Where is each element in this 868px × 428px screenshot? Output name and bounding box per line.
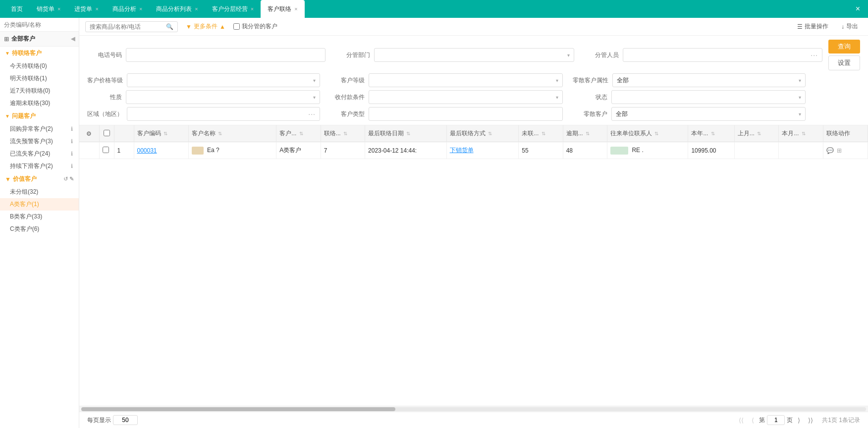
nav-purchase[interactable]: 进货单 × [67, 0, 105, 18]
nav-home[interactable]: 首页 [4, 0, 30, 18]
code-col-header[interactable]: 客户编码 ⇅ [134, 125, 188, 142]
sidebar-group-problem[interactable]: ▼ 问题客户 [0, 109, 79, 123]
row-checkbox[interactable] [103, 147, 109, 153]
last-method-cell[interactable]: 下销货单 [446, 142, 519, 159]
last-method-link[interactable]: 下销货单 [450, 147, 474, 154]
sidebar-item-overdue[interactable]: 逾期未联络(30) [0, 97, 79, 109]
select-all-checkbox[interactable] [104, 130, 110, 136]
nav-customer-segment[interactable]: 客户分层经营 × [205, 0, 261, 18]
value-group-icons: ↺ ✎ [63, 176, 74, 182]
overdue-col-header[interactable]: 逾期... ⇅ [563, 125, 607, 142]
filter-retail: 零散客户 全部 ▾ [573, 107, 806, 121]
sidebar-item-today[interactable]: 今天待联络(0) [0, 60, 79, 72]
nav-customer-contact[interactable]: 客户联络 × [261, 0, 304, 18]
filter-manager-input[interactable]: ··· [623, 48, 822, 62]
set-button[interactable]: 设置 [828, 55, 860, 70]
sidebar-item-declining[interactable]: 持续下滑客户(2) ℹ [0, 160, 79, 172]
filter-retail-select[interactable]: 全部 ▾ [611, 107, 806, 121]
page-size-input[interactable] [113, 415, 138, 425]
first-page-button[interactable]: ⟨⟨ [736, 416, 747, 425]
sidebar-item-tomorrow[interactable]: 明天待联络(1) [0, 72, 79, 85]
menu-icon[interactable]: ⊞ [837, 147, 842, 154]
filter-status-select[interactable]: ▾ [611, 90, 806, 104]
sidebar-item-c-class[interactable]: C类客户(6) [0, 223, 79, 235]
filter-price-level: 客户价格等级 ▾ [87, 73, 320, 87]
my-customer-checkbox[interactable] [233, 23, 240, 30]
main-search-input[interactable] [90, 23, 164, 30]
main-search-box[interactable]: 🔍 [85, 21, 178, 32]
prev-page-button[interactable]: ⟨ [749, 416, 757, 425]
check-col-header[interactable] [99, 125, 114, 142]
gear-col-header[interactable]: ⚙ [79, 125, 99, 142]
sidebar-item-churned[interactable]: 已流失客户(24) ℹ [0, 148, 79, 160]
info-icon4: ℹ [71, 163, 73, 169]
sidebar-item-churn-warning[interactable]: 流失预警客户(3) ℹ [0, 135, 79, 148]
refresh-icon[interactable]: ↺ [63, 176, 68, 182]
batch-op-button[interactable]: ☰ 批量操作 [793, 21, 832, 32]
customer-table: ⚙ 客户编码 ⇅ 客户名称 ⇅ 客户... ⇅ [79, 125, 868, 159]
info-icon: ℹ [71, 126, 73, 132]
last-date-col-header[interactable]: 最后联络日期 ⇅ [365, 125, 447, 142]
contact-col-header[interactable]: 联络... ⇅ [321, 125, 365, 142]
edit-icon[interactable]: ✎ [69, 176, 74, 182]
sort-icon-date: ⇅ [406, 131, 410, 136]
main-search-icon[interactable]: 🔍 [166, 23, 173, 30]
arrow-down-icon2: ▼ [5, 113, 10, 119]
filter-payment: 收付款条件 ▾ [330, 90, 563, 104]
unit-contact-col-header[interactable]: 往来单位联系人 ⇅ [607, 125, 688, 142]
code-cell[interactable]: 000031 [134, 142, 188, 159]
query-button[interactable]: 查询 [828, 40, 860, 54]
this-month-col-header[interactable]: 本月... ⇅ [779, 125, 823, 142]
this-year-col-header[interactable]: 本年... ⇅ [688, 125, 734, 142]
sidebar-search-input[interactable] [4, 21, 78, 28]
scrollbar-thumb[interactable] [81, 407, 395, 411]
customer-code-link[interactable]: 000031 [137, 147, 157, 154]
avatar-badge [192, 147, 204, 155]
sidebar-item-repurchase[interactable]: 回购异常客户(2) ℹ [0, 123, 79, 135]
nav-sales[interactable]: 销货单 × [30, 0, 67, 18]
not-contact-col-header[interactable]: 未联... ⇅ [519, 125, 563, 142]
more-filter-button[interactable]: ▼ 更多条件 ▲ [182, 21, 229, 32]
sidebar-item-ungrouped[interactable]: 未分组(32) [0, 186, 79, 198]
close-product-list-icon[interactable]: × [195, 6, 198, 12]
filter-retail-attr-select[interactable]: 全部 ▾ [612, 73, 806, 87]
last-month-col-header[interactable]: 上月... ⇅ [734, 125, 778, 142]
close-purchase-icon[interactable]: × [95, 6, 98, 12]
export-button[interactable]: ↓ 导出 [837, 21, 862, 32]
filter-nature-select[interactable]: ▾ [126, 90, 320, 104]
sidebar-group-pending[interactable]: ▼ 待联络客户 [0, 47, 79, 60]
next-page-button[interactable]: ⟩ [795, 416, 803, 425]
filter-payment-select[interactable]: ▾ [369, 90, 563, 104]
name-col-header[interactable]: 客户名称 ⇅ [188, 125, 276, 142]
filter-region-input[interactable]: ··· [127, 107, 320, 121]
sidebar-search-box[interactable]: 🔍 [0, 18, 79, 32]
last-method-col-header[interactable]: 最后联络方式 ⇅ [446, 125, 519, 142]
sidebar-item-a-class[interactable]: A类客户(1) [0, 198, 79, 211]
level-col-header[interactable]: 客户... ⇅ [276, 125, 321, 142]
close-all-button[interactable]: × [852, 4, 864, 13]
nav-product-analysis[interactable]: 商品分析 × [106, 0, 149, 18]
horizontal-scrollbar[interactable] [79, 406, 868, 412]
close-customer-segment-icon[interactable]: × [251, 6, 254, 12]
sidebar-item-b-class[interactable]: B类客户(33) [0, 211, 79, 223]
filter-customer-type-input[interactable] [369, 107, 563, 121]
nav-product-analysis-list[interactable]: 商品分析列表 × [149, 0, 205, 18]
filter-phone-input[interactable] [126, 48, 326, 62]
close-customer-contact-icon[interactable]: × [294, 6, 297, 12]
my-customer-checkbox-area[interactable]: 我分管的客户 [233, 22, 277, 31]
filter-customer-level-select[interactable]: ▾ [369, 73, 563, 87]
close-product-analysis-icon[interactable]: × [139, 6, 142, 12]
sidebar-group-value[interactable]: ▼ 价值客户 ↺ ✎ [0, 172, 79, 186]
check-cell[interactable] [99, 142, 114, 159]
sidebar-all-customers[interactable]: ⊞ 全部客户 ◀ [0, 32, 79, 47]
last-page-button[interactable]: ⟩⟩ [805, 416, 816, 425]
toolbar-right: ☰ 批量操作 ↓ 导出 [793, 21, 862, 32]
sidebar-item-7days[interactable]: 近7天待联络(0) [0, 85, 79, 97]
filter-dept-select[interactable]: ▾ [374, 48, 574, 62]
caret-down-icon: ▾ [567, 53, 570, 58]
page-number-input[interactable] [767, 415, 785, 425]
toolbar: 🔍 ▼ 更多条件 ▲ 我分管的客户 ☰ 批量操作 ↓ 导出 [79, 18, 868, 36]
close-sales-icon[interactable]: × [57, 6, 60, 12]
filter-price-select[interactable]: ▾ [127, 73, 320, 87]
comment-icon[interactable]: 💬 [826, 147, 834, 154]
